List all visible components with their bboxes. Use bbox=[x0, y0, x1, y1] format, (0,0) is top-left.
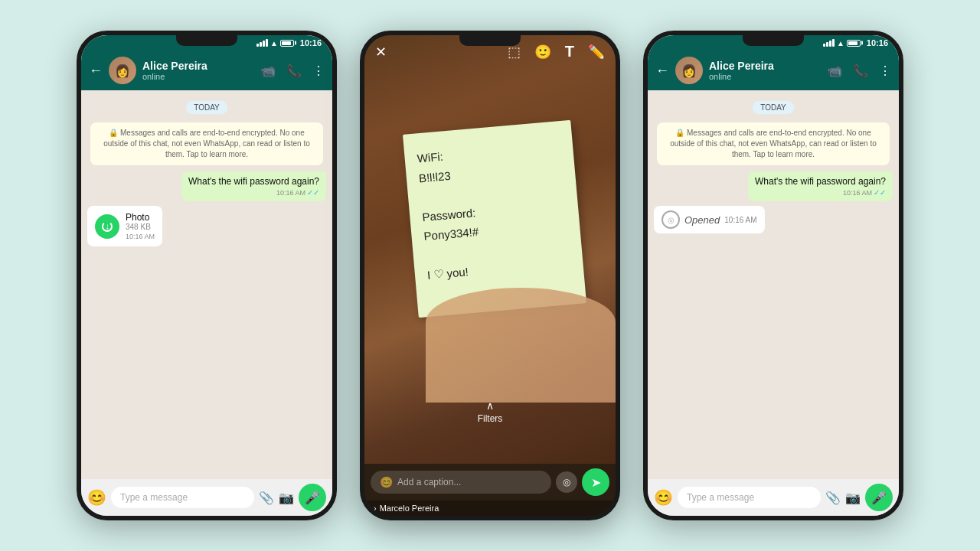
signal-bar-4 bbox=[266, 39, 268, 47]
signal-bar-r2 bbox=[826, 42, 828, 47]
video-call-icon-right[interactable]: 📹 bbox=[827, 64, 842, 78]
signal-bar-r3 bbox=[829, 41, 831, 47]
signal-bar-r1 bbox=[823, 44, 825, 47]
send-icon: ➤ bbox=[591, 475, 601, 490]
send-button-middle[interactable]: ➤ bbox=[582, 468, 609, 496]
menu-icon-left[interactable]: ⋮ bbox=[312, 64, 325, 78]
photo-info: Photo 348 KB 10:16 AM bbox=[126, 212, 155, 240]
caption-sticker-icon[interactable]: ◎ bbox=[556, 471, 577, 493]
hand-image bbox=[426, 288, 616, 403]
outgoing-message-left: What's the wifi password again? 10:16 AM… bbox=[181, 171, 326, 201]
phone-middle: ✕ ⬚ 🙂 T ✏️ WiFi: B!l!l23 Password: Pony3… bbox=[360, 31, 620, 520]
chat-area-left: TODAY 🔒 Messages and calls are end-to-en… bbox=[81, 90, 332, 479]
opened-bubble-right: ◎ Opened 10:16 AM bbox=[654, 206, 765, 233]
message-time-left: 10:16 AM ✓✓ bbox=[188, 188, 319, 197]
message-placeholder-right: Type a message bbox=[687, 492, 754, 503]
photo-edit-icons: ⬚ 🙂 T ✏️ bbox=[508, 43, 605, 60]
message-input-right[interactable]: Type a message bbox=[678, 487, 821, 508]
attach-icon-left[interactable]: 📎 bbox=[259, 491, 274, 505]
battery-icon bbox=[280, 40, 294, 47]
recipient-name: Marcelo Pereira bbox=[380, 504, 439, 513]
back-button-right[interactable]: ← bbox=[655, 63, 669, 79]
contact-name-left: Alice Pereira bbox=[142, 60, 254, 72]
filters-label: Filters bbox=[478, 413, 503, 424]
signal-bars bbox=[256, 39, 268, 47]
camera-icon-left[interactable]: 📷 bbox=[279, 491, 294, 505]
avatar-right[interactable]: 👩 bbox=[675, 57, 703, 84]
outgoing-message-right: What's the wifi password again? 10:16 AM… bbox=[748, 171, 893, 201]
check-marks-left: ✓✓ bbox=[307, 188, 319, 197]
voice-call-icon-right[interactable]: 📞 bbox=[853, 64, 868, 78]
sticky-note: WiFi: B!l!l23 Password: Pony334!# I ♡ yo… bbox=[403, 120, 586, 318]
header-icons-left: 📹 📞 ⋮ bbox=[260, 64, 325, 78]
input-icons-left: 📎 📷 bbox=[259, 491, 294, 505]
header-icons-right: 📹 📞 ⋮ bbox=[827, 64, 891, 78]
close-icon-middle[interactable]: ✕ bbox=[375, 44, 387, 60]
input-area-right: 😊 Type a message 📎 📷 🎤 bbox=[648, 479, 899, 516]
notch-middle bbox=[459, 35, 521, 46]
voice-call-icon[interactable]: 📞 bbox=[286, 64, 302, 78]
date-badge-right: TODAY bbox=[654, 99, 893, 113]
chat-area-right: TODAY 🔒 Messages and calls are end-to-en… bbox=[648, 90, 899, 479]
date-badge-left: TODAY bbox=[87, 99, 326, 113]
contact-name-right: Alice Pereira bbox=[709, 60, 821, 72]
text-icon-middle[interactable]: T bbox=[565, 43, 574, 60]
wifi-icon: ▲ bbox=[270, 39, 278, 47]
encryption-notice-right[interactable]: 🔒 Messages and calls are end-to-end encr… bbox=[657, 122, 890, 165]
sticky-text: WiFi: B!l!l23 Password: Pony334!# I ♡ yo… bbox=[416, 136, 572, 285]
avatar-image-left: 👩 bbox=[109, 57, 136, 84]
photo-time: 10:16 AM bbox=[126, 233, 155, 240]
signal-bar-2 bbox=[260, 42, 262, 47]
wifi-icon-right: ▲ bbox=[837, 39, 844, 47]
phone-right: ▲ 10:16 ← 👩 Alice Pereira online 📹 📞 ⋮ T… bbox=[643, 31, 903, 520]
photo-size: 348 KB bbox=[126, 223, 155, 231]
caption-placeholder: Add a caption... bbox=[397, 477, 461, 487]
caption-emoji-icon: 😊 bbox=[380, 476, 393, 488]
message-placeholder-left: Type a message bbox=[120, 492, 188, 503]
input-icons-right: 📎 📷 bbox=[825, 491, 861, 505]
wa-header-left: ← 👩 Alice Pereira online 📹 📞 ⋮ bbox=[81, 51, 332, 90]
filters-bar[interactable]: ∧ Filters bbox=[364, 399, 616, 424]
opened-label: Opened bbox=[684, 214, 720, 226]
status-time-right: 10:16 bbox=[867, 38, 888, 47]
battery-icon-right bbox=[847, 40, 861, 47]
mic-button-left[interactable]: 🎤 bbox=[299, 484, 326, 511]
status-icons-right: ▲ bbox=[823, 39, 861, 47]
avatar-image-right: 👩 bbox=[675, 57, 703, 84]
contact-status-left: online bbox=[142, 72, 254, 81]
signal-bar-r4 bbox=[832, 39, 835, 47]
caption-input[interactable]: 😊 Add a caption... bbox=[371, 471, 551, 494]
photo-bubble-left[interactable]: ↓ Photo 348 KB 10:16 AM bbox=[87, 206, 162, 246]
signal-bar-1 bbox=[256, 44, 259, 47]
camera-icon-right[interactable]: 📷 bbox=[845, 491, 861, 505]
input-area-left: 😊 Type a message 📎 📷 🎤 bbox=[81, 479, 332, 516]
photo-view-bg: ✕ ⬚ 🙂 T ✏️ WiFi: B!l!l23 Password: Pony3… bbox=[364, 35, 616, 464]
contact-status-right: online bbox=[709, 72, 821, 81]
caption-right-icons: ◎ ➤ bbox=[556, 468, 609, 496]
caption-area: 😊 Add a caption... ◎ ➤ bbox=[364, 464, 616, 500]
signal-bar-3 bbox=[263, 41, 265, 47]
sticker-icon-middle[interactable]: 🙂 bbox=[534, 44, 551, 60]
contact-info-right: Alice Pereira online bbox=[709, 60, 821, 81]
wa-header-right: ← 👩 Alice Pereira online 📹 📞 ⋮ bbox=[648, 51, 899, 90]
back-button-left[interactable]: ← bbox=[89, 63, 103, 79]
notch-right bbox=[743, 35, 804, 46]
emoji-button-left[interactable]: 😊 bbox=[87, 488, 106, 507]
emoji-button-right[interactable]: 😊 bbox=[654, 488, 673, 507]
status-icons-left: ▲ bbox=[256, 39, 294, 47]
attach-icon-right[interactable]: 📎 bbox=[825, 491, 841, 505]
menu-icon-right[interactable]: ⋮ bbox=[879, 64, 891, 78]
video-call-icon[interactable]: 📹 bbox=[260, 64, 276, 78]
recipient-bar[interactable]: › Marcelo Pereira bbox=[364, 500, 616, 516]
recipient-arrow: › bbox=[374, 504, 377, 513]
photo-download-icon: ↓ bbox=[95, 214, 119, 239]
encryption-notice-left[interactable]: 🔒 Messages and calls are end-to-end encr… bbox=[90, 122, 323, 165]
opened-time: 10:16 AM bbox=[724, 216, 756, 224]
contact-info-left: Alice Pereira online bbox=[142, 60, 254, 81]
message-input-left[interactable]: Type a message bbox=[111, 487, 254, 508]
avatar-left[interactable]: 👩 bbox=[109, 57, 136, 84]
mic-button-right[interactable]: 🎤 bbox=[865, 484, 893, 511]
check-marks-right: ✓✓ bbox=[874, 188, 886, 197]
draw-icon-middle[interactable]: ✏️ bbox=[588, 44, 605, 60]
status-time-left: 10:16 bbox=[300, 38, 322, 47]
